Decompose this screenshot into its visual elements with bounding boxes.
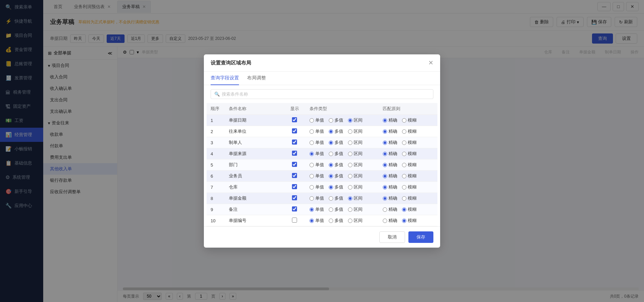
show-checkbox-4[interactable] — [292, 151, 297, 156]
type-option-区间-3[interactable]: 区间 — [348, 140, 363, 146]
cell-show-7 — [284, 182, 305, 192]
match-option-精确-8[interactable]: 精确 — [383, 195, 397, 201]
show-checkbox-10[interactable] — [292, 218, 297, 223]
type-option-多值-9[interactable]: 多值 — [329, 206, 343, 212]
show-checkbox-2[interactable] — [292, 128, 297, 133]
match-option-模糊-6[interactable]: 模糊 — [402, 173, 417, 179]
type-option-单值-9[interactable]: 单值 — [310, 206, 324, 212]
cell-match-2: 精确模糊 — [379, 126, 437, 137]
type-option-区间-2[interactable]: 区间 — [348, 128, 363, 134]
cell-name-4: 单据来源 — [225, 148, 284, 159]
type-option-单值-5[interactable]: 单值 — [310, 162, 324, 168]
type-option-区间-6[interactable]: 区间 — [348, 173, 363, 179]
match-option-精确-10[interactable]: 精确 — [383, 218, 397, 224]
show-checkbox-9[interactable] — [292, 206, 297, 211]
cell-order-8: 8 — [207, 193, 225, 204]
cell-match-5: 精确模糊 — [379, 159, 437, 171]
cell-order-2: 2 — [207, 126, 225, 137]
match-option-模糊-2[interactable]: 模糊 — [402, 128, 417, 134]
type-option-区间-5[interactable]: 区间 — [348, 162, 363, 168]
match-option-模糊-3[interactable]: 模糊 — [402, 140, 417, 146]
cell-name-3: 制单人 — [225, 137, 284, 148]
match-option-模糊-8[interactable]: 模糊 — [402, 195, 417, 201]
cell-show-1 — [284, 115, 305, 125]
show-checkbox-7[interactable] — [292, 184, 297, 189]
type-option-多值-1[interactable]: 多值 — [329, 117, 343, 123]
match-option-精确-7[interactable]: 精确 — [383, 184, 397, 190]
show-checkbox-5[interactable] — [292, 162, 297, 167]
cell-order-3: 3 — [207, 137, 225, 148]
cancel-button[interactable]: 取消 — [379, 231, 405, 243]
match-option-模糊-10[interactable]: 模糊 — [402, 218, 417, 224]
type-option-区间-4[interactable]: 区间 — [348, 151, 363, 157]
type-option-区间-10[interactable]: 区间 — [348, 218, 363, 224]
cell-order-7: 7 — [207, 182, 225, 193]
dialog-tab-query-fields[interactable]: 查询字段设置 — [211, 72, 239, 85]
cell-match-1: 精确模糊 — [379, 115, 437, 126]
type-option-区间-8[interactable]: 区间 — [348, 195, 363, 201]
cell-match-9: 精确模糊 — [379, 204, 437, 215]
show-checkbox-1[interactable] — [292, 117, 297, 122]
type-option-区间-1[interactable]: 区间 — [348, 117, 363, 123]
search-input[interactable] — [222, 92, 430, 97]
match-option-精确-3[interactable]: 精确 — [383, 140, 397, 146]
cell-type-10: 单值多值区间 — [305, 215, 379, 226]
cell-name-7: 仓库 — [225, 182, 284, 193]
match-option-精确-1[interactable]: 精确 — [383, 117, 397, 123]
type-option-单值-7[interactable]: 单值 — [310, 184, 324, 190]
save-button[interactable]: 保存 — [408, 231, 433, 243]
match-option-模糊-5[interactable]: 模糊 — [402, 162, 417, 168]
dialog-footer: 取消 保存 — [204, 226, 440, 248]
cell-name-2: 往来单位 — [225, 126, 284, 137]
type-option-单值-4[interactable]: 单值 — [310, 151, 324, 157]
type-option-单值-8[interactable]: 单值 — [310, 195, 324, 201]
match-option-模糊-9[interactable]: 模糊 — [402, 206, 417, 212]
match-option-模糊-7[interactable]: 模糊 — [402, 184, 417, 190]
match-option-精确-6[interactable]: 精确 — [383, 173, 397, 179]
type-option-单值-2[interactable]: 单值 — [310, 128, 324, 134]
type-option-单值-6[interactable]: 单值 — [310, 173, 324, 179]
cell-match-3: 精确模糊 — [379, 137, 437, 148]
type-option-单值-10[interactable]: 单值 — [310, 218, 324, 224]
match-option-精确-9[interactable]: 精确 — [383, 206, 397, 212]
col-header-type: 条件类型 — [305, 103, 379, 115]
cell-match-10: 精确模糊 — [379, 215, 437, 226]
match-option-精确-4[interactable]: 精确 — [383, 151, 397, 157]
type-option-区间-9[interactable]: 区间 — [348, 206, 363, 212]
cell-show-10 — [284, 215, 305, 225]
type-option-多值-2[interactable]: 多值 — [329, 128, 343, 134]
dialog-tab-layout[interactable]: 布局调整 — [247, 72, 266, 85]
match-option-模糊-4[interactable]: 模糊 — [402, 151, 417, 157]
type-option-单值-1[interactable]: 单值 — [310, 117, 324, 123]
show-checkbox-8[interactable] — [292, 195, 297, 200]
cell-show-4 — [284, 148, 305, 158]
cell-name-9: 备注 — [225, 204, 284, 215]
cell-order-1: 1 — [207, 115, 225, 126]
col-header-match: 匹配原则 — [379, 103, 437, 115]
match-option-精确-5[interactable]: 精确 — [383, 162, 397, 168]
dialog-close-button[interactable]: ✕ — [428, 59, 433, 67]
match-option-精确-2[interactable]: 精确 — [383, 128, 397, 134]
cell-name-6: 业务员 — [225, 171, 284, 182]
type-option-多值-5[interactable]: 多值 — [329, 162, 343, 168]
type-option-多值-3[interactable]: 多值 — [329, 140, 343, 146]
type-option-多值-4[interactable]: 多值 — [329, 151, 343, 157]
type-option-多值-6[interactable]: 多值 — [329, 173, 343, 179]
show-checkbox-3[interactable] — [292, 140, 297, 145]
cell-order-10: 10 — [207, 215, 225, 226]
col-header-show: 显示 — [284, 103, 305, 115]
type-option-多值-8[interactable]: 多值 — [329, 195, 343, 201]
match-option-模糊-1[interactable]: 模糊 — [402, 117, 417, 123]
dialog-search-box: 🔍 — [211, 89, 433, 99]
cell-match-8: 精确模糊 — [379, 193, 437, 204]
type-option-区间-7[interactable]: 区间 — [348, 184, 363, 190]
cell-name-10: 单据编号 — [225, 215, 284, 226]
show-checkbox-6[interactable] — [292, 173, 297, 178]
cell-show-5 — [284, 159, 305, 169]
cell-order-6: 6 — [207, 171, 225, 182]
type-option-多值-7[interactable]: 多值 — [329, 184, 343, 190]
type-option-单值-3[interactable]: 单值 — [310, 140, 324, 146]
dialog-table-container: 顺序 条件名称 显示 条件类型 匹配原则 1单据日期单值多值区间精确模糊2往来单… — [207, 103, 437, 226]
type-option-多值-10[interactable]: 多值 — [329, 218, 343, 224]
cell-type-3: 单值多值区间 — [305, 137, 379, 148]
